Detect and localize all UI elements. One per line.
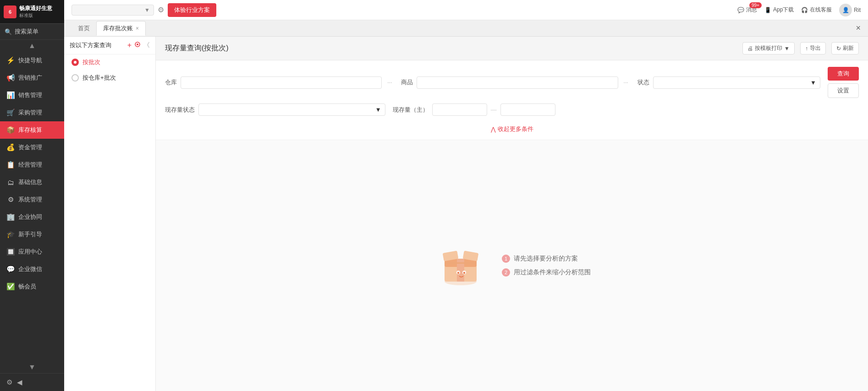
sales-icon: 📊 xyxy=(6,91,15,99)
sidebar-logo: 6 xyxy=(4,5,16,18)
tab-inventory-batch-label: 库存批次账 xyxy=(103,24,133,33)
stock-quantity-from[interactable] xyxy=(432,103,487,116)
headset-icon: 🎧 xyxy=(801,7,808,13)
basic-icon: 🗂 xyxy=(6,179,15,186)
stock-quantity-to[interactable] xyxy=(500,103,555,116)
goods-label: 商品 xyxy=(401,78,413,87)
sidebar-item-quick-nav[interactable]: ⚡ 快捷导航 xyxy=(0,52,64,69)
query-btn[interactable]: 查询 xyxy=(828,67,859,81)
tab-bar: 首页 库存批次账 × × xyxy=(64,20,868,37)
stock-status-label: 现存量状态 xyxy=(165,106,195,114)
status-label: 状态 xyxy=(637,78,649,87)
status-select[interactable]: ▼ xyxy=(653,76,820,89)
sidebar-item-label: 企业协同 xyxy=(18,213,42,221)
print-icon: 🖨 xyxy=(747,45,753,52)
sidebar-item-member[interactable]: ✅ 畅会员 xyxy=(0,278,64,295)
tab-inventory-batch[interactable]: 库存批次账 × xyxy=(96,21,146,36)
sidebar-item-newbie[interactable]: 🎓 新手引导 xyxy=(0,226,64,243)
export-icon: ↑ xyxy=(805,45,808,52)
collapse-sidebar-icon[interactable]: ◀ xyxy=(17,378,22,386)
search-icon: 🔍 xyxy=(5,28,12,35)
sidebar-header: 6 畅康通好生意 标准版 xyxy=(0,0,64,24)
goods-filter-group: 商品 ··· xyxy=(401,76,630,89)
online-support-label: 在线客服 xyxy=(810,6,832,14)
app-download-label: App下载 xyxy=(773,6,794,14)
page-header: 现存量查询(按批次) 🖨 按模板打印 ▼ ↑ 导出 ↻ 刷新 xyxy=(156,37,868,60)
sidebar-item-operation[interactable]: 📋 经营管理 xyxy=(0,156,64,174)
filter-area: 仓库 ··· 商品 ··· 状态 ▼ xyxy=(156,60,868,140)
tab-home[interactable]: 首页 xyxy=(71,22,96,35)
tab-close-icon[interactable]: × xyxy=(136,25,139,32)
scroll-up-btn[interactable]: ▲ xyxy=(0,40,64,52)
svg-rect-8 xyxy=(445,262,477,264)
newbie-icon: 🎓 xyxy=(6,230,15,239)
appstore-icon: 🔲 xyxy=(6,248,15,256)
svg-rect-7 xyxy=(457,259,464,282)
quantity-divider: — xyxy=(491,106,497,113)
sidebar-item-purchase[interactable]: 🛒 采购管理 xyxy=(0,104,64,121)
topbar-search-input[interactable] xyxy=(76,7,143,13)
collapse-panel-icon[interactable]: 《 xyxy=(143,41,150,49)
sidebar-item-inventory[interactable]: 📦 库存核算 xyxy=(0,121,64,139)
settings-footer-icon[interactable]: ⚙ xyxy=(6,378,12,386)
sidebar-item-marketing[interactable]: 📢 营销推广 xyxy=(0,69,64,87)
sidebar-item-finance[interactable]: 💰 资金管理 xyxy=(0,139,64,156)
sidebar-search-label: 搜索菜单 xyxy=(15,27,38,36)
settings-schema-icon[interactable] xyxy=(134,41,141,49)
stock-status-select[interactable]: ▼ xyxy=(198,103,385,116)
messages-btn[interactable]: 💬 消息 99+ xyxy=(737,6,757,14)
sidebar-item-label: 企业微信 xyxy=(18,265,42,273)
sidebar-title-block: 畅康通好生意 标准版 xyxy=(19,5,52,19)
status-dropdown-icon: ▼ xyxy=(810,79,816,86)
tab-close-page-btn[interactable]: × xyxy=(856,23,861,33)
user-avatar-icon: 👤 xyxy=(842,7,849,13)
sidebar-footer: ⚙ ◀ xyxy=(0,373,64,391)
filter-row-2: 现存量状态 ▼ 现存量（主） — xyxy=(165,103,859,116)
goods-input[interactable] xyxy=(417,76,618,89)
app-download-btn[interactable]: 📱 App下载 xyxy=(764,6,794,14)
warehouse-more-icon[interactable]: ··· xyxy=(385,79,394,86)
sidebar-item-label: 系统管理 xyxy=(18,196,42,204)
sidebar-item-appstore[interactable]: 🔲 应用中心 xyxy=(0,243,64,261)
empty-state: 1 请先选择要分析的方案 2 用过滤条件来缩小分析范围 xyxy=(156,140,868,391)
schema-item-by-batch[interactable]: 按批次 xyxy=(64,54,155,70)
empty-tip-1: 1 请先选择要分析的方案 xyxy=(502,255,591,263)
goods-more-icon[interactable]: ··· xyxy=(622,79,630,86)
topbar-gear-icon[interactable]: ⚙ xyxy=(158,5,164,14)
svg-point-3 xyxy=(137,43,138,45)
schema-dot-active xyxy=(71,59,79,66)
sidebar-item-system[interactable]: ⚙ 系统管理 xyxy=(0,191,64,208)
member-icon: ✅ xyxy=(6,282,15,291)
add-schema-icon[interactable]: + xyxy=(127,41,132,49)
left-panel: 按以下方案查询 + 《 按批次 按仓库+批次 xyxy=(64,37,156,391)
company-name: 畅康通好生意 xyxy=(19,5,52,12)
scroll-down-btn[interactable]: ▼ xyxy=(0,361,64,373)
sidebar-item-label: 资金管理 xyxy=(18,143,42,152)
collapse-more-btn[interactable]: ⋀ 收起更多条件 xyxy=(165,121,859,133)
online-support-btn[interactable]: 🎧 在线客服 xyxy=(801,6,832,14)
schema-item-by-warehouse-batch[interactable]: 按仓库+批次 xyxy=(64,70,155,86)
tip-1-text: 请先选择要分析的方案 xyxy=(514,255,578,263)
sidebar-search-item[interactable]: 🔍 搜索菜单 xyxy=(0,24,64,40)
print-dropdown-icon[interactable]: ▼ xyxy=(784,45,790,52)
purchase-icon: 🛒 xyxy=(6,109,15,117)
sidebar-item-wechat[interactable]: 💬 企业微信 xyxy=(0,261,64,278)
sidebar-item-enterprise[interactable]: 🏢 企业协同 xyxy=(0,208,64,226)
print-template-btn[interactable]: 🖨 按模板打印 ▼ xyxy=(742,42,795,54)
user-profile-btn[interactable]: 👤 Rit xyxy=(839,4,861,16)
experience-btn[interactable]: 体验行业方案 xyxy=(168,3,216,17)
settings-btn[interactable]: 设置 xyxy=(828,83,859,98)
sidebar-item-sales[interactable]: 📊 销售管理 xyxy=(0,87,64,104)
schema-label: 按批次 xyxy=(82,58,100,66)
sidebar-nav: ⚡ 快捷导航 📢 营销推广 📊 销售管理 🛒 采购管理 📦 库存核算 💰 资金管… xyxy=(0,52,64,361)
enterprise-icon: 🏢 xyxy=(6,213,15,221)
sidebar-item-basic[interactable]: 🗂 基础信息 xyxy=(0,174,64,191)
topbar-dropdown-icon[interactable]: ▼ xyxy=(144,7,150,13)
tip-1-num: 1 xyxy=(502,255,510,263)
edition-label: 标准版 xyxy=(19,12,52,19)
left-panel-header: 按以下方案查询 + 《 xyxy=(64,37,155,54)
export-btn[interactable]: ↑ 导出 xyxy=(800,42,826,54)
refresh-btn[interactable]: ↻ 刷新 xyxy=(831,42,859,54)
sidebar-item-label: 基础信息 xyxy=(18,178,42,186)
warehouse-input[interactable] xyxy=(181,76,382,89)
